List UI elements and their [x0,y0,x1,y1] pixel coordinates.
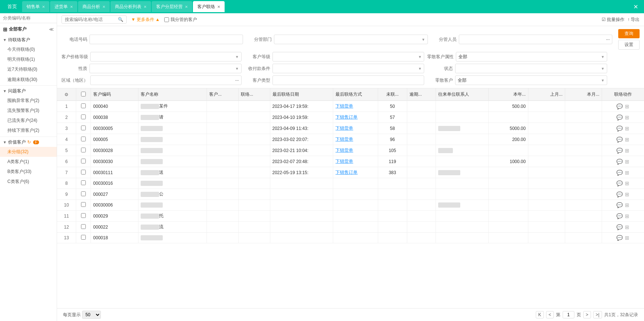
grid-action-icon[interactable]: ⊞ [625,103,629,109]
chat-icon[interactable]: 💬 [616,137,623,142]
sidebar-group-value[interactable]: ▼ 价值客户 ↻ F [0,138,57,147]
main-search-input[interactable] [65,17,116,22]
last-page-btn[interactable]: >| [593,311,602,318]
sidebar-search-input[interactable] [3,15,57,21]
page-number-input[interactable] [563,311,574,318]
filter-cust-type-input[interactable] [272,75,425,85]
lastway-link[interactable]: 下销货单 [335,126,353,131]
close-tab-contact[interactable]: ✕ [217,5,220,9]
row-checkbox[interactable] [81,159,86,163]
row-check[interactable] [76,200,91,211]
nav-tab-product-analysis[interactable]: 商品分析 ✕ [78,1,110,12]
chat-icon[interactable]: 💬 [616,126,623,131]
next-page-btn[interactable]: > [583,311,591,318]
chat-icon[interactable]: 💬 [616,114,623,120]
sidebar-item-churn-warning[interactable]: 流失预警客户(3) [0,106,57,116]
row-check[interactable] [76,145,91,156]
row-check[interactable] [76,233,91,243]
grid-action-icon[interactable]: ⊞ [625,180,629,186]
chat-icon[interactable]: 💬 [616,148,623,154]
grid-action-icon[interactable]: ⊞ [625,137,629,142]
batch-op-btn[interactable]: ☑ 批量操作 [602,17,624,23]
chat-icon[interactable]: 💬 [616,224,623,230]
grid-action-icon[interactable]: ⊞ [625,114,629,120]
row-check[interactable] [76,211,91,222]
all-customers-header[interactable]: ⊞ 全部客户 ≪ [0,23,57,35]
filter-nature-select[interactable]: ▼ [89,64,242,73]
grid-action-icon[interactable]: ⊞ [625,170,629,176]
row-checkbox[interactable] [81,170,86,174]
grid-action-icon[interactable]: ⊞ [625,235,629,241]
row-checkbox[interactable] [81,137,86,141]
filter-region-input[interactable]: ··· [90,75,242,85]
chat-icon[interactable]: 💬 [616,213,623,219]
sidebar-search-box[interactable]: 🔍 [0,13,57,23]
row-checkbox[interactable] [81,126,86,130]
filter-phone-input[interactable] [89,35,243,44]
row-checkbox[interactable] [81,224,86,229]
row-check[interactable] [76,134,91,145]
chat-icon[interactable]: 💬 [616,180,623,186]
close-tab-product-list[interactable]: ✕ [144,5,147,9]
filter-status-select[interactable]: ▼ [455,64,607,73]
row-check[interactable] [76,101,91,112]
chat-icon[interactable]: 💬 [616,202,623,208]
sidebar-item-class-c[interactable]: C类客户(6) [0,177,57,187]
filter-payment-select[interactable]: ▼ [272,64,425,73]
sidebar-group-problem[interactable]: ▼ 问题客户 [0,87,57,96]
sidebar-item-week[interactable]: 近7天待联络(0) [0,64,57,74]
sidebar-group-pending[interactable]: ▼ 待联络客户 [0,35,57,45]
sidebar-item-declining[interactable]: 持续下滑客户(2) [0,126,57,135]
row-check[interactable] [76,156,91,167]
nav-tab-purchase[interactable]: 进货单 ✕ [50,1,77,12]
lastway-link[interactable]: 下销售订单 [335,170,358,175]
filter-manager-input[interactable]: ··· [459,35,612,44]
main-search-box[interactable]: 🔍 [61,15,127,24]
first-page-btn[interactable]: K [536,311,544,318]
row-checkbox[interactable] [81,103,86,108]
filter-customer-grade-select[interactable]: ▼ [272,52,425,61]
grid-action-icon[interactable]: ⊞ [625,224,629,230]
row-checkbox[interactable] [81,202,86,207]
grid-action-icon[interactable]: ⊞ [625,202,629,208]
my-customers-checkbox[interactable]: 我分管的客户 [164,17,197,23]
per-page-selector[interactable]: 每页显示 50 20 100 [63,311,101,319]
chat-icon[interactable]: 💬 [616,235,623,241]
close-tab-purchase[interactable]: ✕ [70,5,73,9]
sidebar-item-overdue[interactable]: 逾期未联络(30) [0,75,57,85]
window-close-btn[interactable]: ✕ [630,3,641,10]
nav-tab-customer-tier[interactable]: 客户分层经营 ✕ [152,1,192,12]
nav-tab-sales[interactable]: 销售单 ✕ [22,1,49,12]
reset-btn[interactable]: 设置 [618,40,640,50]
row-checkbox[interactable] [81,114,86,119]
row-checkbox[interactable] [81,148,86,152]
sidebar-collapse-btn[interactable]: ≪ [49,27,54,32]
row-checkbox[interactable] [81,235,86,240]
lastway-link[interactable]: 下销货单 [335,103,353,109]
lastway-link[interactable]: 下销货单 [335,148,353,153]
more-conditions-btn[interactable]: ▼ 更多条件 ▲ [131,17,160,23]
nav-home[interactable]: 首页 [3,0,21,13]
row-checkbox[interactable] [81,191,86,196]
close-tab-sales[interactable]: ✕ [42,5,45,9]
sidebar-item-class-b[interactable]: B类客户(33) [0,167,57,177]
chat-icon[interactable]: 💬 [616,103,623,109]
nav-tab-customer-contact[interactable]: 客户联络 ✕ [193,1,225,12]
lastway-link[interactable]: 下销货单 [335,159,353,164]
my-customers-check[interactable] [164,17,169,22]
sidebar-item-ungroup[interactable]: 未分组(32) [0,147,57,157]
export-btn[interactable]: ↑ 导出 [627,17,640,23]
chat-icon[interactable]: 💬 [616,159,623,165]
column-settings-icon[interactable]: ⚙ [64,92,68,97]
filter-retail-attr-select[interactable]: 全部 ▼ [456,52,607,61]
lastway-link[interactable]: 下销售订单 [335,114,358,120]
row-checkbox[interactable] [81,180,86,185]
grid-action-icon[interactable]: ⊞ [625,126,629,131]
sidebar-item-tomorrow[interactable]: 明天待联络(1) [0,54,57,64]
col-gear[interactable]: ⚙ [57,88,76,101]
filter-retail-cust-select[interactable]: 全部 ▼ [455,75,607,85]
grid-action-icon[interactable]: ⊞ [625,148,629,154]
sidebar-item-churned[interactable]: 已流失客户(24) [0,116,57,126]
refresh-icon[interactable]: ↻ [27,140,31,145]
prev-page-btn[interactable]: < [546,311,554,318]
